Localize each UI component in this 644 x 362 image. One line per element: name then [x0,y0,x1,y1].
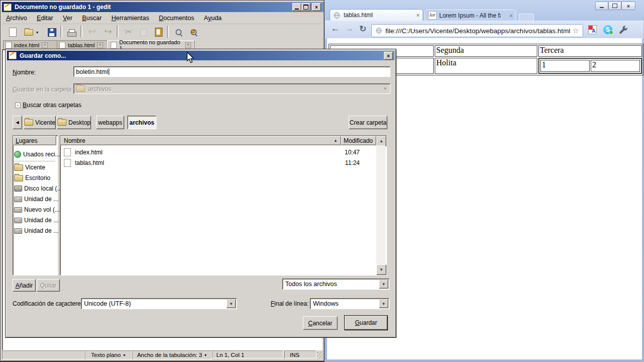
new-tab-button[interactable] [519,14,534,21]
breadcrumb-vicente[interactable]: Vicente [24,116,56,129]
folder-icon [14,164,23,171]
save-button[interactable]: Guardar [345,316,387,330]
place-escritorio[interactable]: Escritorio [14,173,50,183]
reload-button[interactable]: ↻ [359,24,366,34]
undo-icon: ↩ [88,26,96,37]
wrench-tools-icon[interactable] [619,25,628,34]
new-document-button[interactable] [6,26,19,39]
globe-icon [375,27,382,34]
resize-grip[interactable] [317,352,324,358]
place-nuevo-vol[interactable]: Nuevo vol (... [14,205,60,215]
places-header[interactable]: Lugares [13,136,56,145]
browser-close-button[interactable]: × [621,2,635,10]
sort-ascending-icon: ▲ [334,138,338,143]
place-unidad-3[interactable]: Unidad de ... [14,226,58,236]
files-pane: Nombre ▲ Modificado index.html 10:47 tab… [60,135,387,276]
menu-editar[interactable]: Editar [33,13,57,24]
mouse-cursor [187,52,195,64]
place-recently-used[interactable]: Usados reci... [14,149,60,159]
tab-close-icon[interactable]: × [510,13,513,19]
tab-close-icon[interactable]: × [185,42,191,48]
close-button[interactable]: × [312,3,321,11]
skype-extension-icon[interactable]: S [603,25,612,34]
menu-ayuda[interactable]: Ayuda [200,13,225,24]
filename-input[interactable]: boletin.html [73,66,390,77]
column-header-nombre[interactable]: Nombre ▲ [60,136,341,145]
maximize-button[interactable] [301,3,310,11]
translate-extension-icon[interactable]: A [588,25,597,34]
expander-label[interactable]: Buscar otras carpetas [23,102,82,109]
place-vicente[interactable]: Vicente [14,162,45,172]
dropdown-icon[interactable]: ▼ [226,299,236,308]
status-tabwidth-dropdown[interactable]: Ancho de la tabulación: 3 ▾ [132,350,212,359]
maximize-icon [303,5,308,10]
gedit-titlebar[interactable]: Documento no guardado 1 - gedit × [2,2,324,12]
close-icon: × [315,5,318,10]
bookmark-star-icon[interactable]: ☆ [573,26,579,35]
redo-button[interactable]: ↪ [102,25,115,38]
places-pane: Lugares Usados reci... Vicente Escritori… [13,135,58,276]
file-filter-combo[interactable]: Todos los archivos ▼ [282,279,389,290]
tab-close-icon[interactable]: × [417,12,420,18]
tab-index-html[interactable]: index.html × [3,40,60,49]
back-button[interactable]: ← [331,24,340,34]
document-icon [6,42,12,49]
address-bar[interactable]: file:///C:/Users/Vicente/Desktop/webapps… [371,24,583,37]
menu-archivo[interactable]: Archivo [2,13,31,24]
line-ending-combo[interactable]: Windows ▼ [310,298,389,309]
scroll-down-button[interactable]: ▼ [376,264,386,275]
create-folder-button[interactable]: Crear carpeta [349,116,387,129]
dialog-titlebar[interactable]: Guardar como... × [7,51,394,60]
copy-button[interactable] [137,26,150,39]
breadcrumb-desktop[interactable]: Desktop [57,116,91,129]
dropdown-icon[interactable]: ▼ [379,280,388,289]
open-button[interactable] [22,26,35,39]
scroll-up-button[interactable]: ▲ [376,136,386,146]
browser-tab-lorem[interactable]: lor Lorem Ipsum - All the facts - Li × [425,10,516,21]
place-unidad-2[interactable]: Unidad de ... [14,215,58,225]
file-row-index[interactable]: index.html 10:47 [61,147,376,157]
encoding-combo[interactable]: Unicode (UTF-8) ▼ [81,298,237,309]
menu-herramientas[interactable]: Herramientas [107,13,153,24]
dropdown-icon[interactable]: ▼ [379,299,388,308]
open-dropdown-button[interactable]: ▾ [36,30,38,35]
paste-icon [155,28,163,37]
place-disco-local[interactable]: Disco local (... [14,184,62,194]
gedit-app-icon [9,52,17,59]
undo-button[interactable]: ↩ [86,25,99,38]
column-header-modificado[interactable]: Modificado [341,136,376,145]
tab-tablas-html[interactable]: tablas.html × [57,40,111,49]
paste-button[interactable] [152,26,165,39]
status-language-dropdown[interactable]: Texto plano ▾ [85,350,132,359]
menu-buscar[interactable]: Buscar [78,13,106,24]
add-button[interactable]: Añadir [13,279,36,292]
file-row-tablas[interactable]: tablas.html 11:24 [61,158,376,168]
print-button[interactable] [65,26,78,39]
breadcrumb-archivos[interactable]: archivos [127,116,156,129]
expander-toggle[interactable]: − [15,103,21,108]
folder-combo: archivos ▼ [73,83,390,94]
cut-button[interactable]: ✂ [122,25,135,38]
save-button[interactable] [45,26,58,39]
document-icon [59,42,65,49]
gedit-window-title: Documento no guardado 1 - gedit [15,4,111,11]
breadcrumb-back-button[interactable]: ◀ [13,116,22,129]
scrollbar-track[interactable] [376,145,385,264]
dialog-close-button[interactable]: × [384,52,393,60]
breadcrumb-webapps[interactable]: webapps [96,116,124,129]
place-unidad-1[interactable]: Unidad de ... [14,194,58,204]
cancel-button[interactable]: Cancelar [303,316,338,330]
menu-documentos[interactable]: Documentos [155,13,198,24]
search-replace-button[interactable] [187,26,200,39]
minimize-button[interactable] [292,3,301,11]
menu-ver[interactable]: Ver [59,13,76,24]
browser-tab-tablas[interactable]: tablas.html × [330,9,423,21]
tab-close-icon[interactable]: × [42,42,48,48]
text-caret [109,68,109,75]
search-button[interactable] [172,26,185,39]
browser-minimize-button[interactable] [595,2,608,10]
tab-close-icon[interactable]: × [97,42,103,48]
filename-value: boletin.html [76,68,108,75]
browser-maximize-button[interactable] [608,2,621,10]
folder-icon [14,175,23,182]
